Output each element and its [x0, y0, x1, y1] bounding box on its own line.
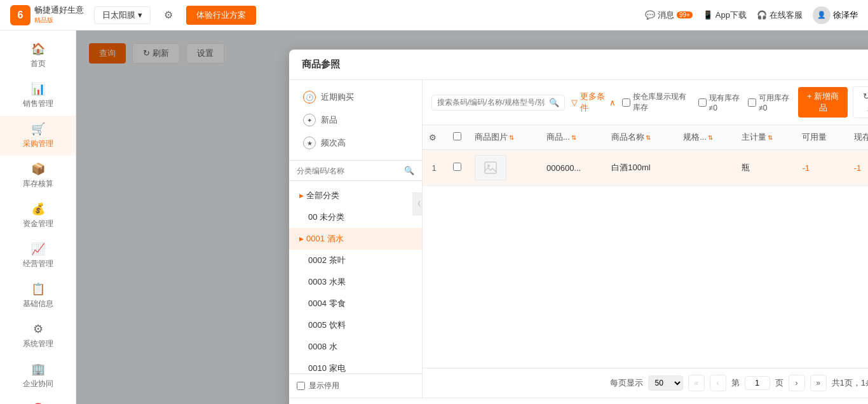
- available-value: -1: [802, 163, 810, 173]
- tab-new-products[interactable]: ✦ 新品: [297, 109, 414, 131]
- store-selector[interactable]: 日太阳膜 ▾: [94, 6, 151, 24]
- warehouse-stock-checkbox[interactable]: 按仓库显示现有库存: [622, 91, 692, 113]
- category-item-unclassified[interactable]: 00 未分类: [289, 206, 422, 228]
- new-icon: ✦: [303, 114, 316, 126]
- row-checkbox[interactable]: [453, 163, 461, 171]
- th-image[interactable]: 商品图片⇅: [468, 125, 540, 150]
- gear-button[interactable]: ⚙: [158, 5, 179, 25]
- image-placeholder-icon: [483, 160, 498, 175]
- category-item-label: 全部分类: [306, 190, 339, 201]
- category-item-water[interactable]: 0008 水: [289, 336, 422, 358]
- th-code[interactable]: 商品...⇅: [540, 125, 605, 150]
- category-item-label: 0002 茶叶: [299, 255, 346, 266]
- per-page-select[interactable]: 50 20 100: [648, 375, 683, 391]
- category-item-fruit[interactable]: 0003 水果: [289, 271, 422, 293]
- page-number-input[interactable]: [745, 376, 770, 390]
- logo-icon: 6: [10, 5, 31, 25]
- last-page-button[interactable]: »: [810, 375, 827, 391]
- app-download-label: App下载: [715, 10, 747, 21]
- display-stopped-label: 显示停用: [309, 380, 339, 391]
- category-item-beverage[interactable]: 0005 饮料: [289, 314, 422, 336]
- category-item-all[interactable]: ▶ 全部分类: [289, 185, 422, 206]
- category-search-input[interactable]: [297, 166, 400, 175]
- search-icon[interactable]: 🔍: [549, 98, 559, 107]
- category-item-label: 0005 饮料: [299, 320, 346, 331]
- more-filter-button[interactable]: ▽ 更多条件 ∧: [571, 91, 616, 114]
- product-spec-cell: [677, 150, 735, 186]
- th-settings[interactable]: ⚙: [423, 125, 445, 150]
- new-label: 新品: [321, 114, 337, 126]
- message-badge: 99+: [677, 11, 693, 18]
- select-all-checkbox[interactable]: [453, 132, 461, 140]
- headset-icon: 🎧: [757, 10, 767, 20]
- svg-point-1: [487, 165, 490, 167]
- category-item-appliance[interactable]: 0010 家电: [289, 358, 422, 374]
- app-download-btn[interactable]: 📱 App下载: [703, 10, 747, 21]
- sort-icon: ⇅: [646, 134, 651, 141]
- modal-body: 🕐 近期购买 ✦ 新品 ★ 频次高: [289, 80, 868, 398]
- filter-icon: ▽: [571, 98, 578, 107]
- available-stock-label: 可用库存≠0: [759, 93, 792, 112]
- sidebar-item-home[interactable]: 🏠 首页: [0, 36, 76, 76]
- available-stock-check[interactable]: [748, 98, 756, 107]
- category-item-tea[interactable]: 0002 茶叶: [289, 250, 422, 271]
- sidebar-item-guide[interactable]: 🎯 新手引导: [0, 396, 76, 404]
- current-stock-checkbox[interactable]: 现有库存≠0: [698, 93, 742, 112]
- warehouse-stock-check[interactable]: [622, 98, 630, 107]
- sort-icon: ⇅: [708, 134, 713, 141]
- category-item-label: 00 未分类: [299, 212, 344, 223]
- product-search-input[interactable]: [437, 98, 545, 107]
- top-nav: 6 畅捷通好生意 精品版 日太阳膜 ▾ ⚙ 体验行业方案 💬 消息 99+ 📱 …: [0, 0, 868, 30]
- display-stopped-check[interactable]: [297, 382, 305, 390]
- sidebar: 🏠 首页 📊 销售管理 🛒 采购管理 📦 库存核算 💰 资金管理 📈 经营管理 …: [0, 30, 76, 404]
- customer-service-btn[interactable]: 🎧 在线客服: [757, 10, 803, 21]
- sidebar-item-enterprise[interactable]: 🏢 企业协同: [0, 356, 76, 396]
- store-name: 日太阳膜: [102, 10, 135, 21]
- table-row[interactable]: 1: [423, 150, 868, 186]
- stock-value: -1: [854, 163, 862, 173]
- product-unit-cell: 瓶: [735, 150, 796, 186]
- th-unit[interactable]: 主计量⇅: [735, 125, 796, 150]
- sidebar-item-purchase[interactable]: 🛒 采购管理: [0, 116, 76, 156]
- freq-icon: ★: [303, 137, 316, 149]
- current-stock-check[interactable]: [698, 98, 707, 107]
- purchase-icon: 🛒: [31, 122, 45, 136]
- next-page-button[interactable]: ›: [789, 375, 805, 391]
- category-item-alcohol[interactable]: ▶ 0001 酒水: [289, 228, 422, 250]
- sidebar-item-inventory[interactable]: 📦 库存核算: [0, 156, 76, 196]
- first-page-button[interactable]: «: [688, 375, 705, 391]
- product-table: ⚙ 商品图片⇅ 商品...⇅: [423, 125, 868, 186]
- th-checkbox: [445, 125, 468, 150]
- left-panel: 🕐 近期购买 ✦ 新品 ★ 频次高: [289, 80, 423, 398]
- logo-area: 6 畅捷通好生意 精品版: [10, 5, 86, 25]
- sidebar-item-basic-info[interactable]: 📋 基础信息: [0, 276, 76, 316]
- product-code-cell: 000600...: [540, 150, 605, 186]
- sidebar-item-sales[interactable]: 📊 销售管理: [0, 76, 76, 116]
- phone-icon: 📱: [703, 10, 713, 20]
- category-item-snack[interactable]: 0004 零食: [289, 293, 422, 314]
- sidebar-item-system[interactable]: ⚙ 系统管理: [0, 316, 76, 356]
- tab-recent-purchase[interactable]: 🕐 近期购买: [297, 86, 414, 108]
- product-available-cell: -1: [796, 150, 847, 186]
- display-stopped-checkbox[interactable]: 显示停用: [297, 380, 339, 391]
- available-stock-checkbox[interactable]: 可用库存≠0: [748, 93, 792, 112]
- tab-high-frequency[interactable]: ★ 频次高: [297, 132, 414, 154]
- category-search-icon[interactable]: 🔍: [404, 166, 414, 175]
- message-btn[interactable]: 💬 消息 99+: [645, 10, 693, 21]
- refresh-button[interactable]: ↻ 刷新: [853, 86, 868, 118]
- user-area[interactable]: 👤 徐泽华: [813, 6, 858, 24]
- trial-button[interactable]: 体验行业方案: [186, 6, 256, 25]
- th-spec[interactable]: 规格...⇅: [677, 125, 735, 150]
- product-image-cell: [468, 150, 540, 186]
- chevron-down-icon: ▾: [138, 10, 142, 20]
- add-product-button[interactable]: + 新增商品: [798, 87, 848, 118]
- product-reference-modal: 商品参照 × 🕐 近期购买 ✦ 新品: [289, 50, 868, 404]
- th-name[interactable]: 商品名称⇅: [605, 125, 677, 150]
- prev-page-button[interactable]: ‹: [710, 375, 726, 391]
- category-search: 🔍: [289, 161, 422, 181]
- sidebar-item-finance[interactable]: 💰 资金管理: [0, 196, 76, 236]
- collapse-panel-button[interactable]: 《: [412, 192, 423, 215]
- content-area: 查询 ↻ 刷新 设置 商品参照 × 🕐 近期购买: [76, 30, 868, 404]
- sidebar-item-operations[interactable]: 📈 经营管理: [0, 236, 76, 276]
- product-toolbar: 🔍 ▽ 更多条件 ∧ 按仓库显示现有库存: [423, 80, 868, 125]
